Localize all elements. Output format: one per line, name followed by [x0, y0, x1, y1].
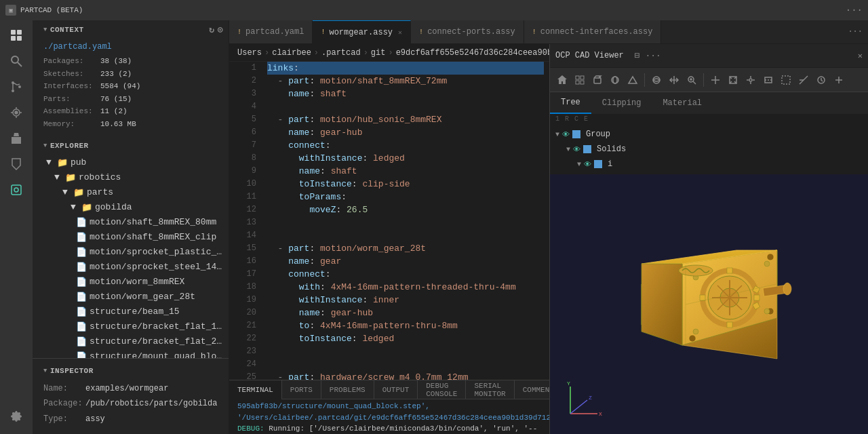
- ocp-btn-plus[interactable]: [831, 72, 847, 88]
- ocp-btn-box[interactable]: [589, 72, 606, 88]
- activity-debug[interactable]: [4, 100, 28, 125]
- ocp-btn-explode[interactable]: [743, 72, 759, 88]
- ocp-eye-solids[interactable]: 👁: [573, 145, 580, 154]
- svg-point-72: [764, 261, 770, 267]
- tree-file-item[interactable]: 📄motion/shaft_8mmREX_clip: [33, 230, 229, 245]
- tree-file-item[interactable]: 📄structure/bracket_flat_1_2: [33, 319, 229, 334]
- inspector-package-label: Package:: [43, 397, 84, 410]
- ocp-tree-sub[interactable]: ▼ 👁 i: [555, 157, 863, 172]
- explorer-chevron: ▼: [43, 142, 47, 149]
- activity-settings[interactable]: [4, 404, 28, 429]
- terminal-tab-serial[interactable]: SERIAL MONITOR: [466, 380, 514, 399]
- tab-connect-interfaces[interactable]: ! connect-interfaces.assy: [524, 20, 662, 44]
- ocp-3d-view[interactable]: X Y Z: [550, 174, 868, 434]
- svg-rect-58: [727, 322, 732, 328]
- tree-file-item[interactable]: 📄structure/beam_15: [33, 304, 229, 319]
- context-filepath[interactable]: ./partcad.yaml: [43, 42, 218, 52]
- file-icon: 📄: [76, 277, 87, 288]
- tab-wormgear-assy[interactable]: ! wormgear.assy ✕: [313, 20, 411, 44]
- breadcrumb-users: Users: [237, 48, 262, 58]
- sidebar: ▼ CONTEXT ↻ ⊙ ./partcad.yaml Packages: 3…: [33, 20, 229, 434]
- file-icon: 📄: [76, 262, 87, 273]
- line-number: 2: [229, 75, 256, 87]
- context-section-header[interactable]: ▼ CONTEXT ↻ ⊙: [33, 20, 229, 39]
- tab-connect-ports[interactable]: ! connect-ports.assy: [411, 20, 524, 44]
- ocp-tab-tree[interactable]: Tree: [550, 92, 591, 114]
- ocp-eye-group[interactable]: 👁: [562, 130, 570, 139]
- line-number: 13: [229, 216, 256, 229]
- terminal-tab-comments[interactable]: COMMENTS: [515, 380, 549, 399]
- ocp-btn-grid[interactable]: [572, 72, 588, 88]
- ocp-btn-section[interactable]: [760, 72, 776, 88]
- ocp-btn-pan[interactable]: [666, 72, 682, 88]
- terminal-content: 595abf83b/structure/mount_quad_block.ste…: [229, 399, 549, 434]
- tree-file-item[interactable]: 📄motion/worm_gear_28t: [33, 290, 229, 304]
- code-content[interactable]: links: - part: motion/shaft_8mmREX_72mm …: [262, 62, 549, 380]
- inspector-header[interactable]: ▼ INSPECTOR: [33, 361, 229, 380]
- ocp-btn-wireframe[interactable]: [725, 72, 741, 88]
- tree-item-pub[interactable]: ▼ 📁 pub: [33, 155, 229, 170]
- inspector-content: Name: examples/wormgear Package: /pub/ro…: [33, 380, 229, 431]
- assemblies-label: Assemblies:: [43, 106, 98, 118]
- ocp-btn-bbox[interactable]: [778, 72, 794, 88]
- line-number: 18: [229, 281, 256, 294]
- tab-bar: ! partcad.yaml ! wormgear.assy ✕ ! conne…: [229, 20, 868, 44]
- tree-file-item[interactable]: 📄motion/sprocket_plastic_14mm_16t: [33, 245, 229, 260]
- tab-close-button-1[interactable]: ✕: [398, 28, 402, 37]
- ocp-tree-group[interactable]: ▼ 👁 Group: [555, 127, 863, 142]
- ocp-close-button[interactable]: ✕: [858, 51, 863, 61]
- assemblies-value: 11 (2): [100, 106, 218, 118]
- code-line: connect:: [267, 268, 544, 281]
- svg-rect-59: [754, 295, 760, 300]
- tree-item-parts[interactable]: ▼ 📁 parts: [33, 185, 229, 200]
- ocp-eye-sub[interactable]: 👁: [584, 160, 591, 169]
- settings-icon[interactable]: ⊙: [218, 24, 223, 35]
- activity-explorer[interactable]: [4, 23, 28, 47]
- file-label: motion/sprocket_plastic_14mm_16t: [90, 247, 223, 257]
- activity-partcad[interactable]: [4, 178, 28, 202]
- inspector-type-label: Type:: [43, 412, 84, 426]
- tree-file-item[interactable]: 📄motion/worm_8mmREX: [33, 275, 229, 290]
- tree-file-item[interactable]: 📄motion/sprocket_steel_14mm_14t: [33, 260, 229, 275]
- tree-file-item[interactable]: 📄motion/shaft_8mmREX_80mm: [33, 215, 229, 230]
- tab-overflow-button[interactable]: ···: [842, 27, 868, 37]
- ocp-btn-home[interactable]: [554, 72, 570, 88]
- breadcrumb-sep-4: ›: [388, 48, 393, 58]
- code-editor[interactable]: 1234567891011121314151617181920212223242…: [229, 62, 549, 380]
- ocp-btn-ortho[interactable]: [607, 72, 623, 88]
- title-bar-menu[interactable]: ···: [846, 5, 863, 16]
- code-line: links:: [267, 62, 544, 75]
- ocp-btn-reset[interactable]: [813, 72, 829, 88]
- ocp-btn-orbit[interactable]: [648, 72, 665, 88]
- activity-search[interactable]: [4, 49, 28, 73]
- ocp-btn-persp[interactable]: [625, 72, 641, 88]
- activity-test[interactable]: [4, 152, 28, 176]
- tree-item-gobilda[interactable]: ▼ 📁 gobilda: [33, 200, 229, 215]
- terminal-tab-output[interactable]: OUTPUT: [374, 380, 418, 399]
- file-icon: 📄: [76, 217, 87, 228]
- tree-file-item[interactable]: 📄structure/bracket_flat_2_3: [33, 334, 229, 349]
- terminal-tab-ports[interactable]: PORTS: [282, 380, 321, 399]
- ocp-tab-clipping[interactable]: Clipping: [591, 92, 652, 114]
- ocp-tree-solids[interactable]: ▼ 👁 Solids: [555, 142, 863, 157]
- terminal-tab-terminal[interactable]: TERMINAL: [229, 380, 282, 399]
- activity-source-control[interactable]: [4, 75, 28, 99]
- activity-extensions[interactable]: [4, 126, 28, 151]
- code-line: withInstance: inner: [267, 294, 544, 307]
- ocp-btn-axes[interactable]: [707, 72, 724, 88]
- svg-rect-15: [12, 185, 21, 195]
- file-label: structure/bracket_flat_2_3: [90, 336, 223, 347]
- terminal-tab-debug[interactable]: DEBUG CONSOLE: [418, 380, 466, 399]
- explorer-section-header[interactable]: ▼ EXPLORER: [33, 136, 229, 155]
- ocp-btn-zoom[interactable]: [684, 72, 700, 88]
- refresh-icon[interactable]: ↻: [209, 24, 214, 35]
- tree-item-robotics[interactable]: ▼ 📁 robotics: [33, 170, 229, 185]
- svg-line-26: [693, 81, 696, 84]
- ocp-meta-row: 1 R C E: [550, 114, 868, 124]
- tree-file-item[interactable]: 📄structure/mount_quad_block: [33, 349, 229, 358]
- ocp-tab-material[interactable]: Material: [652, 92, 713, 114]
- app-title: PARTCAD (BETA): [20, 6, 83, 14]
- tab-partcad-yaml[interactable]: ! partcad.yaml: [229, 20, 313, 44]
- ocp-btn-measure[interactable]: [795, 72, 812, 88]
- terminal-tab-problems[interactable]: PROBLEMS: [321, 380, 374, 399]
